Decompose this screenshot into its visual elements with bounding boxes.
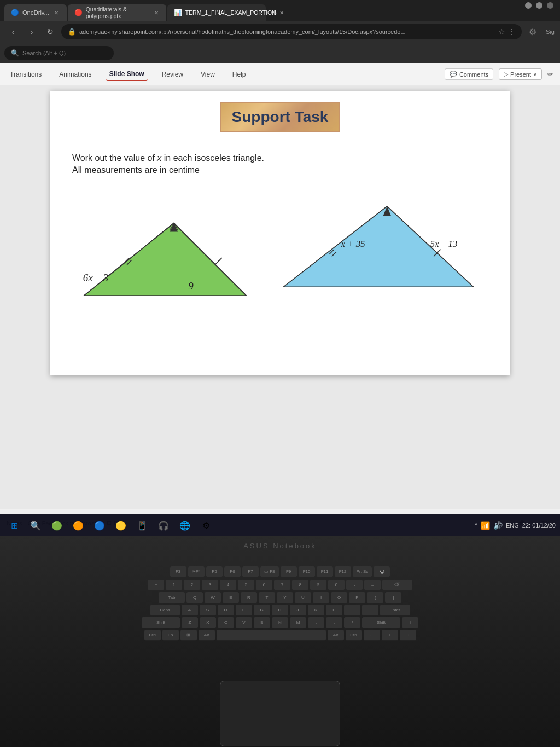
key-y[interactable]: Y: [277, 592, 293, 603]
key-comma[interactable]: ,: [308, 617, 324, 628]
taskbar-settings-icon[interactable]: ⚙: [196, 516, 216, 535]
refresh-button[interactable]: ↻: [43, 24, 58, 39]
key-shift-r[interactable]: Shift: [362, 617, 400, 628]
key-ctrl-l[interactable]: Ctrl: [144, 630, 161, 641]
present-button[interactable]: ▷ Present ∨: [499, 68, 542, 80]
key-p[interactable]: P: [349, 592, 365, 603]
key-power[interactable]: ⏻: [374, 566, 390, 577]
taskbar-edge-icon[interactable]: 🔵: [90, 516, 109, 535]
key-n[interactable]: N: [272, 617, 288, 628]
maximize-button[interactable]: [536, 2, 542, 9]
search-input[interactable]: [22, 50, 94, 56]
key-f8[interactable]: ▭ F8: [260, 566, 279, 577]
key-f[interactable]: F: [236, 605, 252, 616]
touchpad[interactable]: [220, 681, 340, 746]
key-s[interactable]: S: [200, 605, 216, 616]
tab-close-onedrive[interactable]: ✕: [52, 9, 60, 16]
tab-quadrilaterals[interactable]: 🔴 Quadrilaterals & polygons.pptx ✕: [68, 4, 166, 21]
key-k[interactable]: K: [308, 605, 324, 616]
key-w[interactable]: W: [205, 592, 221, 603]
key-0[interactable]: 0: [328, 580, 345, 590]
key-tilde[interactable]: ~: [148, 580, 164, 590]
key-4[interactable]: 4: [220, 580, 236, 590]
comments-button[interactable]: 💬 Comments: [445, 68, 493, 80]
key-5[interactable]: 5: [238, 580, 254, 590]
key-slash[interactable]: /: [344, 617, 360, 628]
key-equals[interactable]: =: [364, 580, 381, 590]
key-arrow-right[interactable]: →: [400, 630, 416, 641]
key-m[interactable]: M: [290, 617, 306, 628]
key-q[interactable]: Q: [186, 592, 203, 603]
key-prtsc[interactable]: Prt Sc: [353, 566, 372, 577]
key-8[interactable]: 8: [292, 580, 308, 590]
back-button[interactable]: ‹: [5, 24, 21, 39]
taskbar-phone-icon[interactable]: 📱: [132, 516, 152, 535]
tab-onedrive[interactable]: 🔵 OneDriv... ✕: [4, 4, 67, 21]
taskbar-headset-icon[interactable]: 🎧: [154, 516, 173, 535]
key-caps[interactable]: Caps: [150, 605, 180, 616]
taskbar-chrome-icon[interactable]: 🟠: [68, 516, 88, 535]
key-2[interactable]: 2: [184, 580, 200, 590]
key-f5[interactable]: F5: [206, 566, 223, 577]
key-t[interactable]: T: [259, 592, 275, 603]
key-backspace[interactable]: ⌫: [382, 580, 412, 590]
edit-icon[interactable]: ✏: [547, 70, 553, 78]
key-e[interactable]: E: [223, 592, 239, 603]
windows-start-button[interactable]: ⊞: [4, 516, 24, 535]
key-c[interactable]: C: [218, 617, 234, 628]
key-b[interactable]: B: [254, 617, 270, 628]
key-f12[interactable]: F12: [335, 566, 351, 577]
tab-term1[interactable]: 📊 TERM_1_FINAL_EXAM_PORTION ✕: [167, 4, 266, 21]
key-g[interactable]: G: [254, 605, 270, 616]
key-minus[interactable]: -: [346, 580, 363, 590]
key-i[interactable]: I: [313, 592, 329, 603]
star-icon[interactable]: ☆: [498, 27, 505, 36]
key-space[interactable]: [217, 630, 326, 641]
key-f6[interactable]: F6: [224, 566, 241, 577]
tab-close-quadrilaterals[interactable]: ✕: [153, 9, 160, 16]
key-u[interactable]: U: [295, 592, 311, 603]
ribbon-tab-animations[interactable]: Animations: [56, 68, 95, 80]
key-a[interactable]: A: [182, 605, 198, 616]
key-r[interactable]: R: [241, 592, 257, 603]
key-shift-l[interactable]: Shift: [142, 617, 180, 628]
key-f3[interactable]: F3: [170, 566, 186, 577]
key-x[interactable]: X: [200, 617, 216, 628]
key-semicolon[interactable]: ;: [344, 605, 360, 616]
key-v[interactable]: V: [236, 617, 252, 628]
ribbon-tab-review[interactable]: Review: [159, 68, 186, 80]
key-6[interactable]: 6: [256, 580, 272, 590]
key-fn[interactable]: Fn: [162, 630, 179, 641]
ribbon-tab-view[interactable]: View: [197, 68, 218, 80]
ribbon-tab-help[interactable]: Help: [229, 68, 249, 80]
key-1[interactable]: 1: [166, 580, 182, 590]
taskbar-search-button[interactable]: 🔍: [26, 516, 45, 535]
key-arrow-left[interactable]: ←: [364, 630, 380, 641]
taskbar-chevron-icon[interactable]: ^: [475, 523, 477, 529]
key-alt-l[interactable]: Alt: [199, 630, 215, 641]
key-bracket-r[interactable]: ]: [385, 592, 401, 603]
ribbon-tab-slideshow[interactable]: Slide Show: [106, 68, 148, 81]
key-tab[interactable]: Tab: [159, 592, 185, 603]
key-f4[interactable]: ☀F4: [188, 566, 205, 577]
ribbon-tab-transitions[interactable]: Transitions: [7, 68, 45, 80]
key-f11[interactable]: F11: [317, 566, 333, 577]
key-enter[interactable]: Enter: [380, 605, 410, 616]
key-h[interactable]: H: [272, 605, 288, 616]
settings-icon[interactable]: ⋮: [508, 27, 515, 36]
key-z[interactable]: Z: [182, 617, 198, 628]
taskbar-ms-icon[interactable]: 🟢: [47, 516, 67, 535]
new-tab-button[interactable]: +: [267, 5, 282, 21]
key-win[interactable]: ⊞: [180, 630, 197, 641]
key-l[interactable]: L: [326, 605, 342, 616]
key-d[interactable]: D: [218, 605, 234, 616]
key-period[interactable]: .: [326, 617, 342, 628]
key-3[interactable]: 3: [202, 580, 218, 590]
key-7[interactable]: 7: [274, 580, 290, 590]
taskbar-extra1[interactable]: 🟡: [111, 516, 131, 535]
browser-settings-icon[interactable]: ⚙: [525, 24, 540, 39]
key-arrow-up[interactable]: ↑: [402, 617, 418, 628]
search-input-wrap[interactable]: 🔍: [4, 46, 114, 60]
key-j[interactable]: J: [290, 605, 306, 616]
key-arrow-down[interactable]: ↓: [382, 630, 398, 641]
